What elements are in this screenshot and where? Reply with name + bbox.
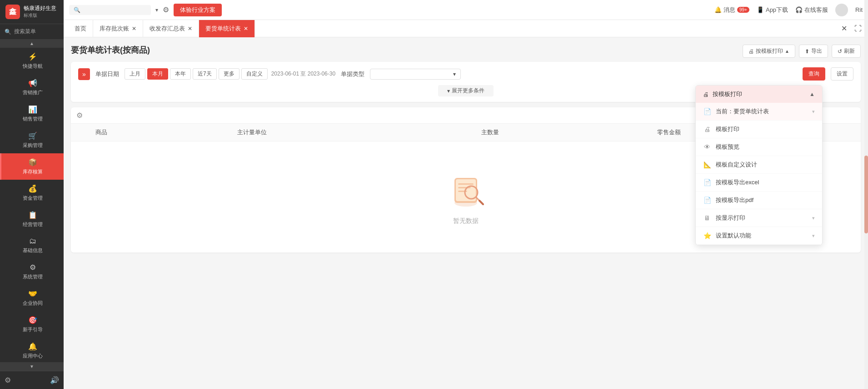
tab-receipts-summary[interactable]: 收发存汇总表 ✕ xyxy=(143,20,199,37)
sidebar-item-inventory[interactable]: 📦 库存核算 xyxy=(0,153,64,180)
date-btn-this-month[interactable]: 本月 xyxy=(147,68,168,80)
sound-bottom-icon[interactable]: 🔊 xyxy=(50,376,59,384)
dropdown-current-item[interactable]: 📄 当前：要货单统计表 ▾ xyxy=(696,103,822,121)
expand-down-icon: ▾ xyxy=(447,88,450,94)
sidebar-item-operation[interactable]: 📋 经营管理 xyxy=(0,206,64,232)
dropdown-item-template-design[interactable]: 📐 模板自定义设计 xyxy=(696,156,822,174)
date-btn-this-year[interactable]: 本年 xyxy=(170,68,191,80)
printer-header-icon: 🖨 xyxy=(703,91,709,98)
refresh-button[interactable]: ↺ 刷新 xyxy=(832,45,861,58)
notifications-button[interactable]: 🔔 消息 99+ xyxy=(714,6,749,14)
sidebar-search[interactable]: 🔍 搜索菜单 xyxy=(0,24,64,39)
topbar-dropdown-arrow[interactable]: ▾ xyxy=(155,7,158,13)
inventory-icon: 📦 xyxy=(28,158,37,167)
industry-solution-button[interactable]: 体验行业方案 xyxy=(174,4,222,16)
template-print-button[interactable]: 🖨 按模板打印 ▲ xyxy=(743,45,795,58)
date-buttons-group: 上月 本月 本年 近7天 更多 自定义 2023-06-01 至 2023-06… xyxy=(125,68,335,80)
template-design-icon: 📐 xyxy=(703,161,711,168)
dropdown-header: 🖨 按模板打印 ▲ xyxy=(696,86,822,103)
settings-bottom-icon[interactable]: ⚙ xyxy=(5,376,11,384)
app-download-button[interactable]: 📱 App下载 xyxy=(757,6,788,14)
right-scrollbar[interactable] xyxy=(864,0,868,389)
topbar-search-box[interactable]: 🔍 xyxy=(69,5,151,15)
purchase-icon: 🛒 xyxy=(28,131,37,140)
window-close-button[interactable]: ✕ xyxy=(839,22,849,35)
sidebar-item-system[interactable]: ⚙ 系统管理 xyxy=(0,258,64,285)
basic-icon: 🗂 xyxy=(29,237,36,245)
expand-more-button[interactable]: ▾ 展开更多条件 xyxy=(438,85,494,96)
col-product: 商品 xyxy=(89,124,231,141)
topbar: 🔍 ▾ ⚙ 体验行业方案 🔔 消息 99+ 📱 App下载 🎧 在线客服 Rit xyxy=(64,0,868,20)
username-label: Rit xyxy=(855,6,863,13)
tab-close-inventory-batch[interactable]: ✕ xyxy=(132,25,136,32)
tab-close-receipts-summary[interactable]: ✕ xyxy=(188,25,192,32)
type-select-arrow: ▾ xyxy=(453,71,456,77)
sidebar-item-sales[interactable]: 📊 销售管理 xyxy=(0,101,64,127)
svg-line-9 xyxy=(479,201,483,204)
sidebar-item-guide[interactable]: 🎯 新手引导 xyxy=(0,311,64,338)
table-column-settings-icon[interactable]: ⚙ xyxy=(76,111,83,120)
customer-service-button[interactable]: 🎧 在线客服 xyxy=(795,6,828,14)
sidebar-scroll-up[interactable]: ▲ xyxy=(0,39,64,48)
type-select[interactable]: ▾ xyxy=(370,69,461,80)
user-avatar[interactable] xyxy=(835,4,848,16)
window-maximize-button[interactable]: ⛶ xyxy=(853,23,863,35)
sidebar-item-purchase[interactable]: 🛒 采购管理 xyxy=(0,127,64,153)
app-logo-icon: 鑫 xyxy=(5,5,20,19)
page-content-area: 要货单统计表(按商品) 🖨 按模板打印 ▲ ⬆ 导出 ↺ 刷新 » xyxy=(64,37,868,389)
date-btn-7days[interactable]: 近7天 xyxy=(193,68,217,80)
marketing-icon: 📢 xyxy=(28,79,37,87)
empty-text: 暂无数据 xyxy=(453,217,479,225)
quick-nav-icon: ⚡ xyxy=(28,52,37,61)
operation-icon: 📋 xyxy=(28,211,37,219)
page-actions: 🖨 按模板打印 ▲ ⬆ 导出 ↺ 刷新 xyxy=(743,45,861,58)
date-btn-custom[interactable]: 自定义 xyxy=(241,68,268,80)
tabs-bar: 首页 库存批次账 ✕ 收发存汇总表 ✕ 要货单统计表 ✕ ✕ ⛶ xyxy=(64,20,868,37)
sidebar-item-apps[interactable]: 🔔 应用中心 xyxy=(0,338,64,362)
dropdown-item-display-print[interactable]: 🖥 按显示打印 ▾ xyxy=(696,209,822,227)
dropdown-item-set-default[interactable]: ⭐ 设置默认功能 ▾ xyxy=(696,227,822,245)
export-button[interactable]: ⬆ 导出 xyxy=(799,45,828,58)
display-print-icon: 🖥 xyxy=(703,214,711,222)
svg-point-7 xyxy=(467,188,476,197)
query-button[interactable]: 查询 xyxy=(803,67,825,81)
dropdown-item-template-preview[interactable]: 👁 模板预览 xyxy=(696,138,822,156)
tab-close-order-stats[interactable]: ✕ xyxy=(244,25,248,32)
dropdown-item-export-excel[interactable]: 📄 按模板导出excel xyxy=(696,174,822,192)
export-excel-icon: 📄 xyxy=(703,179,711,186)
system-icon: ⚙ xyxy=(30,263,36,272)
template-preview-icon: 👁 xyxy=(703,143,711,151)
refresh-icon: ↺ xyxy=(838,48,842,55)
sidebar-item-quick-nav[interactable]: ⚡ 快捷导航 xyxy=(0,48,64,74)
tab-home[interactable]: 首页 xyxy=(68,20,93,37)
set-default-arrow: ▾ xyxy=(812,233,815,239)
guide-icon: 🎯 xyxy=(28,316,37,324)
tab-inventory-batch[interactable]: 库存批次账 ✕ xyxy=(93,20,143,37)
search-icon: 🔍 xyxy=(5,29,11,35)
scrollbar-thumb[interactable] xyxy=(864,156,868,233)
dropdown-item-export-pdf[interactable]: 📄 按模板导出pdf xyxy=(696,192,822,209)
filter-expand-button[interactable]: » xyxy=(78,68,90,80)
date-range-display: 2023-06-01 至 2023-06-30 xyxy=(271,70,335,78)
date-btn-last-month[interactable]: 上月 xyxy=(125,68,145,80)
sidebar-item-collab[interactable]: 🤝 企业协同 xyxy=(0,285,64,311)
col-settings xyxy=(71,124,89,141)
settings-button[interactable]: 设置 xyxy=(831,67,853,81)
export-icon: ⬆ xyxy=(805,48,809,55)
dropdown-item-template-print[interactable]: 🖨 模板打印 xyxy=(696,121,822,138)
sidebar-logo: 鑫 畅康通好生意 标准版 xyxy=(0,0,64,24)
tab-order-stats[interactable]: 要货单统计表 ✕ xyxy=(199,20,255,37)
sidebar-item-marketing[interactable]: 📢 营销推广 xyxy=(0,74,64,101)
empty-illustration xyxy=(443,169,489,210)
template-print-icon: 🖨 xyxy=(703,126,711,133)
current-item-icon: 📄 xyxy=(703,108,711,115)
date-btn-more[interactable]: 更多 xyxy=(219,68,239,80)
apps-icon: 🔔 xyxy=(28,342,37,351)
col-unit: 主计量单位 xyxy=(231,124,475,141)
sidebar-item-finance[interactable]: 💰 资金管理 xyxy=(0,180,64,206)
sidebar-item-basic[interactable]: 🗂 基础信息 xyxy=(0,232,64,258)
topbar-search-icon: 🔍 xyxy=(74,7,80,13)
topbar-settings-icon[interactable]: ⚙ xyxy=(163,5,169,14)
sidebar-scroll-down[interactable]: ▼ xyxy=(0,362,64,371)
dropdown-collapse-arrow[interactable]: ▲ xyxy=(809,91,815,97)
